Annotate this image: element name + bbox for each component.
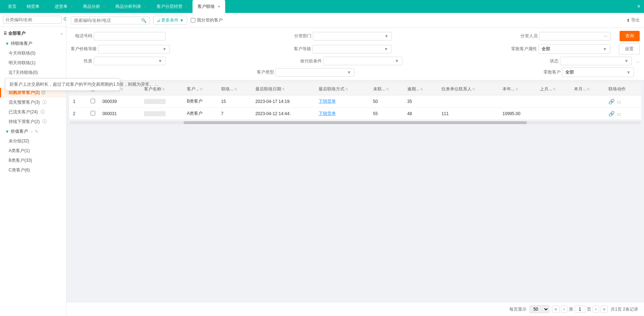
page-input[interactable]: [575, 306, 585, 313]
close-icon-customer-contact[interactable]: ×: [218, 0, 220, 13]
close-icon-purchase[interactable]: ×: [70, 0, 73, 13]
sidebar-item-tomorrow[interactable]: 明天待联络(1): [0, 58, 66, 68]
export-button[interactable]: ⬆ 导出: [626, 17, 640, 23]
phone-input[interactable]: [94, 32, 166, 41]
sort-overdue-icon[interactable]: ⇅: [420, 87, 423, 91]
nav-tab-product-analysis[interactable]: 商品分析 ×: [78, 0, 110, 13]
retail-attr-select[interactable]: 全部 ▼: [538, 44, 610, 54]
my-customers-checkbox-label[interactable]: 我分管的客户: [191, 17, 223, 23]
app-container: 首页 销货单 × 进货单 × 商品分析 × 商品分析列表 × 客户分层经营 × …: [0, 0, 644, 316]
level-arrow: ▼: [384, 47, 388, 52]
window-close-button[interactable]: ×: [637, 3, 640, 10]
edit-icon[interactable]: ✎: [35, 129, 38, 134]
sidebar-value-group-header[interactable]: ▼ 价值客户 ○ ✎: [0, 127, 66, 136]
sort-lm-icon[interactable]: ⇅: [553, 87, 556, 91]
sort-ctype-icon[interactable]: ⇅: [200, 87, 203, 91]
info-icon-declining: ⓘ: [42, 119, 47, 124]
row1-link-icon[interactable]: 🔗: [608, 99, 615, 104]
row1-index: 1: [69, 95, 87, 108]
close-icon-product-analysis-list[interactable]: ×: [144, 0, 146, 13]
last-page-button[interactable]: »: [601, 306, 608, 313]
sidebar-item-c-class[interactable]: C类客户(6): [0, 165, 66, 175]
query-button[interactable]: 查询: [620, 31, 640, 41]
sort-code-icon[interactable]: ⇅: [120, 87, 123, 91]
first-page-button[interactable]: «: [552, 306, 560, 313]
sort-nc-icon[interactable]: ⇅: [386, 87, 389, 91]
sort-uc-icon[interactable]: ⇅: [472, 87, 475, 91]
close-icon-sales[interactable]: ×: [42, 0, 45, 13]
filter-search-input[interactable]: [74, 18, 140, 23]
sidebar-item-a-class[interactable]: A类客户(1): [0, 146, 66, 156]
sidebar-search-area: 🔍: [0, 13, 66, 27]
retail-customer-select[interactable]: 全部 ▼: [562, 67, 634, 77]
price-level-arrow: ▼: [162, 47, 167, 52]
dept-arrow: ▼: [384, 34, 389, 39]
gender-select[interactable]: ▼: [94, 57, 166, 65]
nav-tab-customer-contact[interactable]: 客户联络 ×: [193, 0, 225, 13]
payment-select[interactable]: ▼: [323, 57, 402, 65]
nav-tab-product-analysis-list[interactable]: 商品分析列表 ×: [110, 0, 151, 13]
nav-tab-sales[interactable]: 销货单 ×: [22, 0, 50, 13]
dept-select[interactable]: ▼: [313, 32, 392, 41]
table-scroll-container[interactable]: ⚙ 客户编码 ⇅: [69, 83, 641, 120]
my-customers-checkbox[interactable]: [191, 18, 195, 23]
sort-year-icon[interactable]: ⇅: [515, 87, 518, 91]
row2-this-year: 10995.00: [499, 108, 536, 120]
row1-checkbox[interactable]: [91, 99, 95, 103]
nav-tab-home[interactable]: 首页: [3, 0, 22, 13]
col-last-month: 上月... ⇅: [536, 83, 570, 95]
circle-icon[interactable]: ○: [30, 129, 33, 134]
sort-method-icon[interactable]: ⇅: [345, 87, 348, 91]
price-level-select[interactable]: ▼: [98, 45, 170, 53]
prev-page-button[interactable]: ‹: [561, 306, 567, 313]
sidebar-content: ⠿ 全部客户 › ▼ 待联络客户 今天待联络(0) 明天待联络(1): [0, 27, 66, 316]
sidebar-search-icon[interactable]: 🔍: [63, 17, 66, 23]
horizontal-scrollbar[interactable]: [69, 121, 641, 124]
sidebar-item-declining[interactable]: 持续下滑客户(2) ⓘ: [0, 117, 66, 127]
sidebar-item-b-class[interactable]: B类客户(33): [0, 156, 66, 165]
row1-last-contact-date: 2023-04-17 14:19:: [252, 95, 315, 108]
close-icon-product-analysis[interactable]: ×: [103, 0, 105, 13]
settings-button[interactable]: 设置: [619, 43, 640, 55]
sidebar-item-today[interactable]: 今天待联络(0): [0, 48, 66, 58]
scrollbar-thumb[interactable]: [184, 121, 527, 124]
nav-tab-purchase[interactable]: 进货单 ×: [50, 0, 78, 13]
sidebar-item-lost-customer[interactable]: 已流失客户(24) ⓘ: [0, 107, 66, 117]
sidebar-all-customers[interactable]: ⠿ 全部客户 ›: [0, 28, 66, 39]
filter-search-icon[interactable]: 🔍: [141, 18, 147, 23]
sidebar-item-7days[interactable]: 近7天待联络(0): [0, 68, 66, 77]
row2-last-contact-method[interactable]: 下销货单: [315, 108, 370, 120]
payment-field: 收付款条件 ▼: [300, 57, 402, 65]
sort-date-icon[interactable]: ⇅: [282, 87, 285, 91]
chevron-down-icon: ▼: [180, 18, 184, 23]
filter-bar: 🔍 ⊿ 更多条件 ▼ 我分管的客户 ⬆ 导出: [66, 13, 644, 28]
row2-checkbox[interactable]: [91, 111, 95, 115]
status-select[interactable]: ▼: [560, 57, 632, 65]
sort-name-icon[interactable]: ⇅: [162, 87, 165, 91]
sort-contact-icon[interactable]: ⇅: [234, 87, 237, 91]
more-dots-3[interactable]: ...: [636, 58, 640, 63]
row2-overdue: 48: [404, 108, 438, 120]
page-size-select[interactable]: 50 20 100: [529, 305, 549, 313]
sidebar-item-unassigned[interactable]: 未分组(32): [0, 136, 66, 146]
nav-tab-customer-segment[interactable]: 客户分层经营 ×: [152, 0, 193, 13]
sidebar-group-pending-header[interactable]: ▼ 待联络客户: [0, 39, 66, 48]
filter-more-conditions-btn[interactable]: ⊿ 更多条件 ▼: [153, 16, 187, 25]
customer-type-select[interactable]: ▼: [275, 68, 355, 77]
row1-last-contact-method[interactable]: 下销货单: [315, 95, 370, 108]
manager-select[interactable]: ⋯: [539, 32, 611, 41]
close-icon-customer-segment[interactable]: ×: [185, 0, 187, 13]
sidebar-search-input[interactable]: [3, 16, 62, 24]
row2-name: [140, 108, 183, 120]
info-icon-lost: ⓘ: [41, 109, 45, 114]
row1-qr-icon[interactable]: ⚏: [617, 99, 621, 104]
sort-tm-icon[interactable]: ⇅: [587, 87, 590, 91]
next-page-button[interactable]: ›: [593, 306, 599, 313]
level-select[interactable]: ▼: [312, 45, 392, 53]
row2-link-icon[interactable]: 🔗: [608, 111, 615, 117]
collapse-icon[interactable]: ›: [61, 31, 62, 36]
sidebar-item-loss-warning[interactable]: 流失预警客户(3) ⓘ: [0, 98, 66, 107]
row2-qr-icon[interactable]: ⚏: [617, 111, 621, 117]
gender-field: 性质 ▼: [71, 57, 166, 65]
arrow-icon: ▼: [5, 41, 9, 46]
